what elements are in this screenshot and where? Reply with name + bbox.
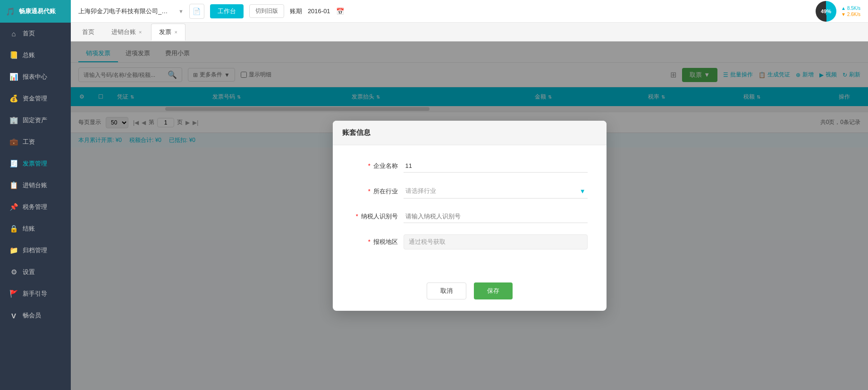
industry-placeholder: 请选择行业 (405, 187, 436, 195)
account-info-dialog: 账套信息 * 企业名称 * 所在行 (333, 121, 607, 311)
switch-old-button[interactable]: 切到旧版 (249, 4, 284, 18)
sidebar-item-label: 总账 (23, 51, 35, 59)
sidebar-item-label: 固定资产 (23, 116, 47, 124)
speed-down: ▼ 2.6K/s (841, 12, 860, 17)
sidebar-item-salary[interactable]: 💼 工资 (0, 131, 71, 153)
sidebar-item-label: 税务管理 (23, 203, 47, 211)
company-name-label: * 企业名称 (352, 162, 404, 170)
cancel-button[interactable]: 取消 (427, 282, 466, 299)
sidebar-item-invoice[interactable]: 🧾 发票管理 (0, 153, 71, 174)
tab-invoice[interactable]: 发票 × (151, 24, 185, 41)
guide-icon: 🚩 (9, 290, 18, 298)
tab-home-label: 首页 (82, 28, 94, 36)
tab-purchase-sales-close[interactable]: × (139, 29, 142, 35)
form-row-tax-id: * 纳税人识别号 (352, 210, 588, 223)
invoice-icon: 🧾 (9, 159, 18, 168)
network-widget: 49% ▲ 8.5K/s ▼ 2.6K/s (816, 1, 860, 22)
sidebar-item-reports[interactable]: 📊 报表中心 (0, 66, 71, 88)
sidebar-item-label: 资金管理 (23, 94, 47, 103)
sidebar-item-label: 归档管理 (23, 246, 47, 255)
dialog-footer: 取消 保存 (333, 275, 607, 311)
industry-dropdown-icon: ▼ (580, 188, 586, 195)
required-mark: * (368, 162, 371, 169)
tax-id-label: * 纳税人识别号 (352, 212, 404, 221)
assets-icon: 🏢 (9, 116, 18, 124)
modal-overlay: 账套信息 * 企业名称 * 所在行 (71, 41, 868, 390)
settings-icon: ⚙ (9, 268, 18, 276)
tab-purchase-sales-label: 进销台账 (111, 28, 136, 36)
tax-region-readonly: 通过税号获取 (404, 234, 588, 249)
required-mark: * (356, 213, 358, 220)
logo-icon: 🎵 (6, 7, 15, 16)
percent-circle: 49% (816, 1, 836, 22)
tab-invoice-close[interactable]: × (174, 29, 177, 35)
sidebar-item-label: 工资 (23, 138, 35, 146)
sidebar-item-label: 报表中心 (23, 73, 47, 81)
save-button[interactable]: 保存 (474, 282, 513, 299)
sidebar-item-member[interactable]: V 畅会员 (0, 305, 71, 326)
home-icon: ⌂ (9, 30, 18, 38)
form-row-company: * 企业名称 (352, 159, 588, 173)
content-area: 销项发票 进项发票 费用小票 🔍 ⊞ 更多条件 ▼ 显示明细 (71, 41, 868, 390)
tab-purchase-sales[interactable]: 进销台账 × (104, 24, 149, 40)
tax-region-label: * 报税地区 (352, 238, 404, 246)
period-label: 账期 (290, 7, 302, 16)
company-name-input[interactable] (404, 159, 588, 173)
sidebar-item-home[interactable]: ⌂ 首页 (0, 23, 71, 44)
required-mark: * (368, 188, 371, 195)
archive-icon: 📁 (9, 246, 18, 255)
sidebar-item-label: 结账 (23, 224, 35, 233)
sidebar-item-label: 畅会员 (23, 311, 41, 320)
period-value: 2016-01 (308, 8, 330, 15)
company-dropdown-icon[interactable]: ▼ (178, 8, 184, 14)
reports-icon: 📊 (9, 73, 18, 81)
workbench-button[interactable]: 工作台 (210, 4, 244, 18)
tax-icon: 📌 (9, 203, 18, 211)
industry-select[interactable]: 请选择行业 ▼ (404, 184, 588, 199)
sidebar-logo: 🎵 畅康通易代账 (0, 0, 71, 23)
sidebar-item-checkout[interactable]: 🔒 结账 (0, 218, 71, 240)
industry-label: * 所在行业 (352, 187, 404, 196)
tax-id-input[interactable] (404, 210, 588, 223)
sidebar-item-label: 进销台账 (23, 181, 47, 190)
finance-icon: 💰 (9, 94, 18, 103)
purchase-sales-icon: 📋 (9, 181, 18, 190)
speed-up: ▲ 8.5K/s (841, 6, 860, 11)
sidebar-item-label: 新手引导 (23, 290, 47, 298)
sidebar-item-settings[interactable]: ⚙ 设置 (0, 261, 71, 283)
sidebar-item-label: 首页 (23, 29, 35, 38)
percent-value: 49% (821, 8, 831, 14)
sidebar-item-guide[interactable]: 🚩 新手引导 (0, 283, 71, 305)
network-speeds: ▲ 8.5K/s ▼ 2.6K/s (841, 6, 860, 17)
dialog-body: * 企业名称 * 所在行业 请选择行业 ▼ (333, 145, 607, 275)
main-area: 上海卯金刀电子科技有限公司_（台201... ▼ 📄 工作台 切到旧版 账期 2… (71, 0, 868, 390)
calendar-icon[interactable]: 📅 (336, 8, 344, 15)
sidebar: 🎵 畅康通易代账 ⌂ 首页 📒 总账 📊 报表中心 💰 资金管理 🏢 固定资产 … (0, 0, 71, 390)
required-mark: * (368, 238, 371, 245)
sidebar-item-assets[interactable]: 🏢 固定资产 (0, 109, 71, 131)
member-icon: V (9, 312, 18, 320)
doc-button[interactable]: 📄 (189, 4, 204, 19)
sidebar-item-purchase-sales[interactable]: 📋 进销台账 (0, 174, 71, 196)
tab-invoice-label: 发票 (159, 28, 171, 36)
sidebar-item-finance[interactable]: 💰 资金管理 (0, 88, 71, 109)
salary-icon: 💼 (9, 138, 18, 146)
sidebar-item-ledger[interactable]: 📒 总账 (0, 44, 71, 66)
ledger-icon: 📒 (9, 51, 18, 59)
company-name: 上海卯金刀电子科技有限公司_（台201... (78, 7, 173, 16)
sidebar-item-tax[interactable]: 📌 税务管理 (0, 196, 71, 218)
sidebar-item-archive[interactable]: 📁 归档管理 (0, 240, 71, 261)
dialog-title: 账套信息 (333, 121, 607, 145)
top-bar: 上海卯金刀电子科技有限公司_（台201... ▼ 📄 工作台 切到旧版 账期 2… (71, 0, 868, 23)
logo-text: 畅康通易代账 (19, 7, 56, 16)
form-row-industry: * 所在行业 请选择行业 ▼ (352, 184, 588, 199)
tab-bar: 首页 进销台账 × 发票 × (71, 23, 868, 41)
top-bar-right: 49% ▲ 8.5K/s ▼ 2.6K/s (816, 1, 860, 22)
sidebar-item-label: 设置 (23, 268, 35, 276)
tab-home[interactable]: 首页 (75, 24, 102, 40)
sidebar-item-label: 发票管理 (23, 159, 47, 168)
checkout-icon: 🔒 (9, 224, 18, 233)
form-row-tax-region: * 报税地区 通过税号获取 (352, 234, 588, 249)
